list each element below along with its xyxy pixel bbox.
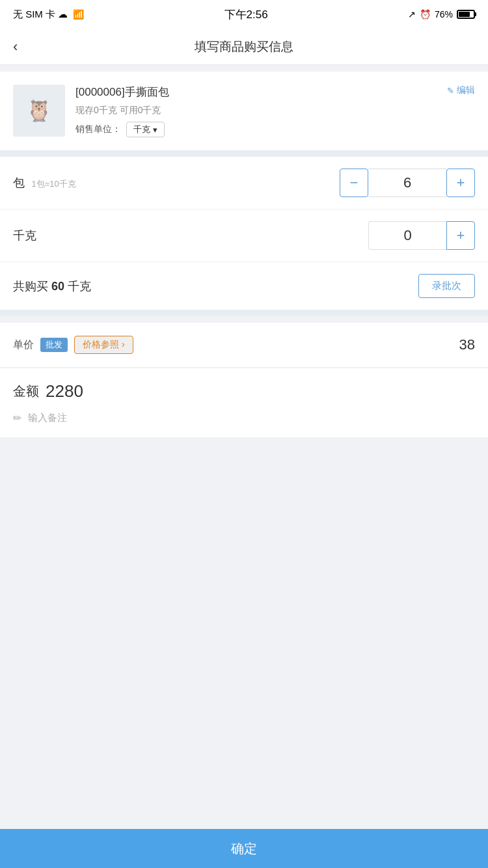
status-left: 无 SIM 卡 ☁ 📶 xyxy=(13,8,84,21)
divider-2 xyxy=(0,310,488,316)
total-label: 共购买 60 千克 xyxy=(13,278,418,294)
product-logo: 🦉 xyxy=(26,98,52,123)
qty-control-bao: − + xyxy=(340,169,475,197)
amount-row: 金额 2280 xyxy=(13,381,475,401)
unit-value: 千克 xyxy=(133,124,150,135)
product-info: [0000006]手撕面包 现存0千克 可用0千克 销售单位： 千克 ▾ xyxy=(75,85,475,137)
note-row[interactable]: ✏ 输入备注 xyxy=(13,412,475,424)
product-thumbnail: 🦉 xyxy=(13,85,65,137)
wifi-icon: 📶 xyxy=(73,9,84,20)
qty-label-kg: 千克 xyxy=(13,228,368,243)
price-ref-button[interactable]: 价格参照 › xyxy=(74,336,133,354)
amount-label: 金额 xyxy=(13,383,39,400)
qty-control-kg: + xyxy=(368,221,475,250)
product-unit-row: 销售单位： 千克 ▾ xyxy=(75,122,475,137)
status-time: 下午2:56 xyxy=(224,7,268,22)
product-card: 🦉 [0000006]手撕面包 现存0千克 可用0千克 销售单位： 千克 ▾ ✎… xyxy=(0,72,488,150)
qty-main-label-bao: 包 xyxy=(13,176,25,189)
edit-button[interactable]: ✎ 编辑 xyxy=(447,85,475,96)
increment-kg-button[interactable]: + xyxy=(446,221,475,250)
unit-select[interactable]: 千克 ▾ xyxy=(126,122,165,137)
qty-main-label-kg: 千克 xyxy=(13,229,36,242)
total-row: 共购买 60 千克 录批次 xyxy=(0,262,488,310)
qty-input-bao[interactable] xyxy=(368,169,446,197)
location-icon: ↗ xyxy=(408,9,416,20)
total-text: 共购买 60 千克 xyxy=(13,280,91,293)
qty-row-kg: 千克 + xyxy=(0,210,488,262)
page-title: 填写商品购买信息 xyxy=(195,38,293,55)
alarm-icon: ⏰ xyxy=(420,9,431,20)
quantity-section: 包 1包=10千克 − + 千克 + xyxy=(0,157,488,262)
battery-percent: 76% xyxy=(435,9,453,20)
qty-label-bao: 包 1包=10千克 xyxy=(13,175,340,191)
decrement-bao-button[interactable]: − xyxy=(340,169,368,197)
sim-label: 无 SIM 卡 ☁ xyxy=(13,8,68,21)
price-label: 单价 xyxy=(13,338,34,352)
nav-bar: ‹ 填写商品购买信息 xyxy=(0,29,488,65)
price-value: 38 xyxy=(140,336,475,353)
qty-row-bao: 包 1包=10千克 − + xyxy=(0,157,488,210)
dropdown-icon: ▾ xyxy=(153,125,157,135)
batch-button[interactable]: 录批次 xyxy=(418,274,475,298)
qty-input-kg[interactable] xyxy=(368,221,446,250)
qty-sub-label-bao: 1包=10千克 xyxy=(31,179,75,189)
confirm-button[interactable]: 确定 xyxy=(0,829,488,868)
edit-icon: ✎ xyxy=(447,86,454,96)
unit-label: 销售单位： xyxy=(75,124,121,135)
battery-icon xyxy=(457,10,475,19)
price-section: 单价 批发 价格参照 › 38 xyxy=(0,323,488,367)
amount-value: 2280 xyxy=(46,381,83,401)
divider-1 xyxy=(0,150,488,157)
edit-label: 编辑 xyxy=(457,85,475,96)
back-button[interactable]: ‹ xyxy=(13,38,18,55)
product-name: [0000006]手撕面包 xyxy=(75,85,475,100)
price-type-badge: 批发 xyxy=(40,338,68,352)
amount-section: 金额 2280 ✏ 输入备注 xyxy=(0,368,488,437)
content-area xyxy=(0,437,488,645)
status-bar: 无 SIM 卡 ☁ 📶 下午2:56 ↗ ⏰ 76% xyxy=(0,0,488,29)
status-right: ↗ ⏰ 76% xyxy=(408,9,475,20)
product-stock: 现存0千克 可用0千克 xyxy=(75,105,475,116)
note-placeholder[interactable]: 输入备注 xyxy=(28,412,67,424)
pencil-icon: ✏ xyxy=(13,412,21,424)
increment-bao-button[interactable]: + xyxy=(446,169,475,197)
